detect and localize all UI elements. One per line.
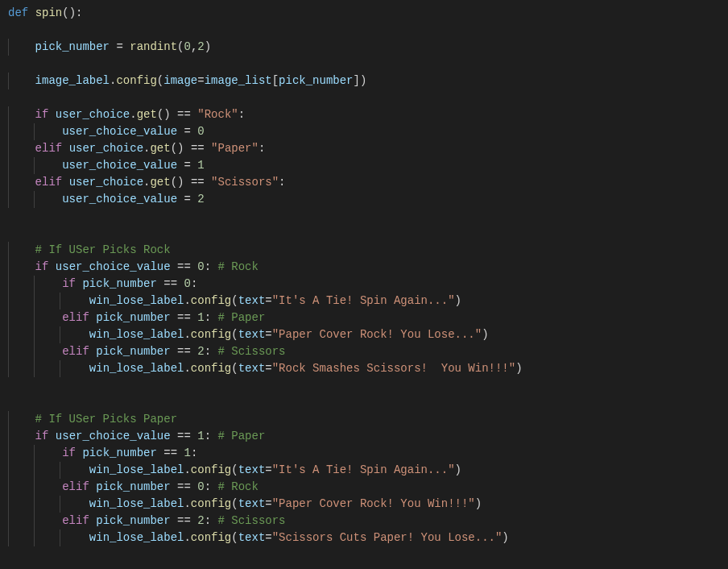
code-line[interactable]: pick_number = randint(0,2)	[0, 39, 728, 56]
token-cf: elif	[62, 480, 89, 493]
code-line[interactable]: elif user_choice.get() == "Paper":	[0, 140, 728, 157]
code-line[interactable]	[0, 208, 728, 225]
token-punc: .	[184, 294, 190, 307]
indent-guide	[8, 309, 9, 326]
token-str: "Scissors"	[211, 176, 279, 189]
token-punc: :	[259, 142, 265, 155]
code-line[interactable]: user_choice_value = 1	[0, 157, 728, 174]
token-fn: get	[150, 176, 170, 189]
code-line[interactable]: elif pick_number == 2: # Scissors	[0, 343, 728, 360]
code-line[interactable]: if user_choice_value == 1: # Paper	[0, 428, 728, 445]
indent-guide	[34, 191, 35, 208]
token-punc: )	[205, 40, 211, 53]
code-line[interactable]: user_choice_value = 0	[0, 123, 728, 140]
code-line[interactable]	[0, 89, 728, 106]
indent-guide	[34, 276, 35, 293]
token-str: "It's A Tie! Spin Again..."	[272, 294, 455, 307]
indent-guide	[34, 157, 35, 174]
indent-guide	[34, 326, 35, 343]
token-op: =	[265, 531, 271, 544]
token-num: 0	[184, 40, 190, 53]
token-str: "It's A Tie! Spin Again..."	[272, 463, 455, 476]
token-fn: config	[191, 328, 231, 341]
token-op	[89, 514, 96, 527]
code-line[interactable]: if user_choice_value == 0: # Rock	[0, 259, 728, 276]
code-line[interactable]	[0, 56, 728, 73]
indent-guide	[60, 293, 60, 309]
token-var: text	[238, 362, 266, 375]
indent-guide	[60, 462, 60, 479]
code-line[interactable]: def spin():	[0, 5, 728, 22]
token-cf: elif	[62, 311, 89, 324]
token-fn: config	[116, 74, 156, 87]
token-fn: spin	[35, 6, 63, 19]
code-line[interactable]: if pick_number == 1:	[0, 445, 728, 462]
token-punc: .	[184, 463, 190, 476]
indent-guide	[60, 360, 60, 377]
token-op: ==	[171, 480, 198, 493]
code-editor[interactable]: def spin(): pick_number = randint(0,2) i…	[0, 5, 728, 546]
token-op	[28, 6, 35, 19]
code-line[interactable]: elif pick_number == 0: # Rock	[0, 479, 728, 496]
token-fn: get	[137, 108, 157, 121]
token-num: 1	[184, 446, 190, 459]
token-cf: elif	[62, 514, 89, 527]
code-line[interactable]: win_lose_label.config(text="Scissors Cut…	[0, 530, 728, 546]
token-op	[62, 176, 68, 189]
indent-guide	[8, 259, 9, 276]
code-line[interactable]: # If USer Picks Paper	[0, 411, 728, 428]
token-var: win_lose_label	[89, 328, 184, 341]
token-cf: elif	[62, 345, 89, 358]
indent-guide	[8, 140, 9, 157]
code-line[interactable]	[0, 225, 728, 242]
indent-guide	[8, 191, 9, 208]
token-punc: .	[130, 108, 136, 121]
indent-guide	[8, 242, 9, 259]
code-line[interactable]: # If USer Picks Rock	[0, 242, 728, 259]
code-line[interactable]: elif pick_number == 2: # Scissors	[0, 513, 728, 530]
token-punc: :	[205, 480, 218, 493]
indent-guide	[34, 496, 35, 513]
token-punc: (	[231, 531, 238, 544]
indent-guide	[34, 343, 35, 360]
indent-guide	[8, 157, 9, 174]
code-line[interactable]: user_choice_value = 2	[0, 191, 728, 208]
token-op: ==	[171, 430, 198, 442]
token-punc: (	[231, 497, 238, 510]
token-punc: :	[238, 108, 245, 121]
token-fn: config	[191, 531, 231, 544]
code-line[interactable]: elif pick_number == 1: # Paper	[0, 309, 728, 326]
token-str: "Paper Cover Rock! You Lose..."	[272, 328, 482, 341]
indent-guide	[8, 106, 9, 123]
code-line[interactable]	[0, 377, 728, 394]
token-op: ==	[157, 446, 184, 459]
code-line[interactable]: win_lose_label.config(text="It's A Tie! …	[0, 462, 728, 479]
code-line[interactable]: win_lose_label.config(text="Rock Smashes…	[0, 360, 728, 377]
code-line[interactable]: win_lose_label.config(text="Paper Cover …	[0, 496, 728, 513]
code-line[interactable]: if user_choice.get() == "Rock":	[0, 106, 728, 123]
indent-guide	[8, 479, 9, 496]
indent-guide	[34, 309, 35, 326]
token-punc: () ==	[171, 142, 211, 155]
token-punc: ])	[354, 74, 367, 87]
code-line[interactable]: image_label.config(image=image_list[pick…	[0, 73, 728, 89]
token-var: pick_number	[279, 74, 353, 87]
code-line[interactable]: elif user_choice.get() == "Scissors":	[0, 174, 728, 191]
code-line[interactable]: win_lose_label.config(text="It's A Tie! …	[0, 293, 728, 309]
token-num: 1	[197, 430, 204, 442]
token-op	[48, 108, 55, 121]
token-str: "Rock Smashes Scissors! You Win!!!"	[272, 362, 515, 375]
code-line[interactable]	[0, 394, 728, 411]
indent-guide	[8, 428, 9, 445]
token-var: pick_number	[96, 514, 170, 527]
token-punc: () ==	[157, 108, 197, 121]
token-str: "Rock"	[197, 108, 238, 121]
code-line[interactable]: if pick_number == 0:	[0, 276, 728, 293]
code-line[interactable]: win_lose_label.config(text="Paper Cover …	[0, 326, 728, 343]
token-var: win_lose_label	[89, 362, 184, 375]
token-op: =	[265, 328, 271, 341]
token-punc: )	[502, 531, 508, 544]
token-op	[89, 311, 96, 324]
code-line[interactable]	[0, 22, 728, 39]
token-var: win_lose_label	[89, 294, 184, 307]
